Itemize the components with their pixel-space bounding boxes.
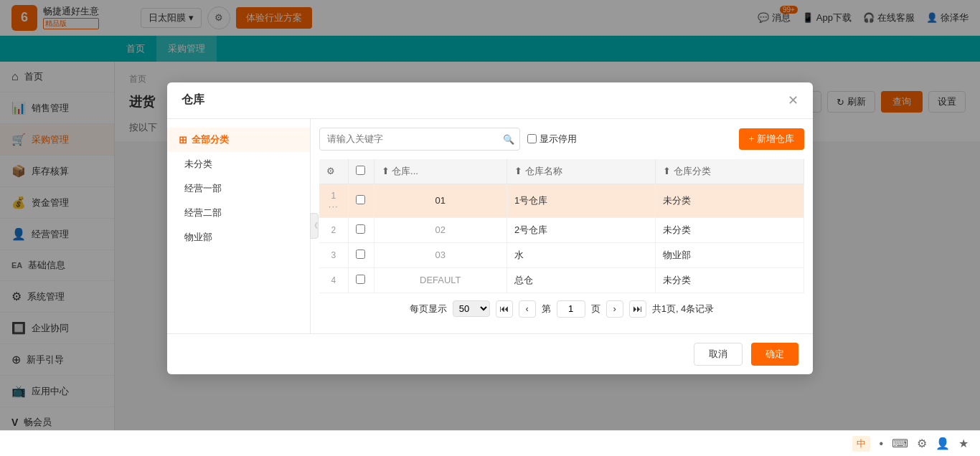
col-check	[348, 159, 374, 184]
row-name: 总仓	[507, 267, 656, 293]
page-number-input[interactable]	[557, 300, 585, 318]
last-page-icon: ⏭	[633, 303, 642, 314]
col-code: ⬆ 仓库...	[374, 159, 507, 184]
row-checkbox[interactable]	[356, 250, 365, 259]
row-index: 02	[374, 217, 507, 242]
right-panel: 🔍 显示停用 + 新增仓库 ⚙	[311, 119, 813, 333]
bottom-bar: 中 • ⌨ ⚙ 👤 ★	[0, 430, 980, 456]
page-label: 页	[591, 303, 600, 315]
row-checkbox-col	[348, 267, 374, 293]
first-page-icon: ⏮	[499, 303, 509, 314]
select-all-checkbox[interactable]	[356, 166, 365, 175]
row-name: 水	[507, 242, 656, 267]
dialog-header: 仓库 ✕	[167, 82, 813, 119]
star-icon[interactable]: ★	[958, 437, 969, 450]
last-page-button[interactable]: ⏭	[629, 300, 646, 318]
row-num: 3	[331, 250, 336, 260]
show-disabled-checkbox[interactable]	[527, 134, 537, 143]
first-page-button[interactable]: ⏮	[496, 300, 513, 318]
search-input-wrap: 🔍	[319, 128, 520, 151]
warehouse-table: ⚙ ⬆ 仓库... ⬆ 仓库名称 ⬆ 仓库分类	[319, 159, 804, 293]
next-page-icon: ›	[613, 303, 616, 314]
confirm-button[interactable]: 确定	[751, 343, 798, 366]
table-row[interactable]: 3 03 水 物业部	[319, 242, 804, 267]
lang-icon[interactable]: 中	[852, 436, 870, 452]
category-all-label: 全部分类	[192, 133, 229, 146]
col-category: ⬆ 仓库分类	[656, 159, 804, 184]
dialog-title: 仓库	[182, 92, 204, 108]
row-action-col: 1 ···	[319, 184, 348, 217]
cancel-button[interactable]: 取消	[694, 343, 743, 366]
category-item-ops1[interactable]: 经营一部	[167, 176, 310, 201]
category-all[interactable]: ⊞ 全部分类	[167, 128, 310, 152]
page-word: 第	[542, 303, 551, 315]
row-category: 物业部	[656, 242, 804, 267]
row-checkbox-col	[348, 184, 374, 217]
category-item-uncategorized[interactable]: 未分类	[167, 152, 310, 176]
row-category: 未分类	[656, 267, 804, 293]
row-checkbox[interactable]	[356, 195, 365, 204]
category-panel: ⊞ 全部分类 未分类 经营一部 经营二部 物业部 《	[167, 119, 311, 333]
category-item-ops2[interactable]: 经营二部	[167, 201, 310, 225]
show-disabled-label[interactable]: 显示停用	[527, 133, 577, 146]
row-checkbox[interactable]	[356, 275, 365, 284]
search-bar: 🔍 显示停用 + 新增仓库	[319, 128, 804, 151]
add-warehouse-button[interactable]: + 新增仓库	[739, 128, 804, 150]
row-num: 2	[331, 225, 336, 235]
search-input[interactable]	[319, 128, 520, 151]
row-checkbox-col	[348, 217, 374, 242]
pagination: 每页显示 50 100 ⏮ ‹ 第 页 ›	[319, 293, 804, 325]
warehouse-table-wrap: ⚙ ⬆ 仓库... ⬆ 仓库名称 ⬆ 仓库分类	[319, 159, 804, 293]
dialog-body: ⊞ 全部分类 未分类 经营一部 经营二部 物业部 《	[167, 119, 813, 333]
row-action-col: 3	[319, 242, 348, 267]
row-name: 1号仓库	[507, 184, 656, 217]
row-checkbox-col	[348, 242, 374, 267]
total-info: 共1页, 4条记录	[652, 303, 715, 315]
table-header-row: ⚙ ⬆ 仓库... ⬆ 仓库名称 ⬆ 仓库分类	[319, 159, 804, 184]
row-action-col: 4	[319, 267, 348, 293]
per-page-select[interactable]: 50 100	[453, 300, 490, 317]
row-index: 01	[374, 184, 507, 217]
prev-page-icon: ‹	[525, 303, 528, 314]
dialog-footer: 取消 确定	[167, 333, 813, 374]
collapse-panel-button[interactable]: 《	[310, 213, 319, 239]
per-page-label: 每页显示	[410, 303, 447, 315]
dot-icon: •	[879, 437, 883, 450]
row-more-btn[interactable]: ···	[329, 201, 339, 212]
row-checkbox[interactable]	[356, 224, 365, 234]
next-page-button[interactable]: ›	[606, 300, 623, 318]
row-index: DEFAULT	[374, 267, 507, 293]
table-row[interactable]: 1 ··· 01 1号仓库 未分类	[319, 184, 804, 217]
warehouse-dialog: 仓库 ✕ ⊞ 全部分类 未分类 经营一部 经营二部	[167, 82, 813, 374]
row-category: 未分类	[656, 217, 804, 242]
grid-icon: ⊞	[179, 134, 187, 146]
row-name: 2号仓库	[507, 217, 656, 242]
settings-status-icon[interactable]: ⚙	[917, 437, 927, 450]
table-row[interactable]: 4 DEFAULT 总仓 未分类	[319, 267, 804, 293]
row-num: 1	[331, 191, 336, 201]
overlay: 仓库 ✕ ⊞ 全部分类 未分类 经营一部 经营二部	[0, 0, 980, 456]
prev-page-button[interactable]: ‹	[519, 300, 536, 318]
table-row[interactable]: 2 02 2号仓库 未分类	[319, 217, 804, 242]
search-icon[interactable]: 🔍	[503, 133, 514, 144]
col-name: ⬆ 仓库名称	[507, 159, 656, 184]
category-item-property[interactable]: 物业部	[167, 225, 310, 250]
row-index: 03	[374, 242, 507, 267]
col-gear: ⚙	[319, 159, 348, 184]
row-num: 4	[331, 275, 336, 285]
user-status-icon[interactable]: 👤	[936, 437, 950, 450]
keyboard-icon[interactable]: ⌨	[892, 437, 908, 450]
dialog-close-button[interactable]: ✕	[788, 92, 798, 108]
row-category: 未分类	[656, 184, 804, 217]
row-action-col: 2	[319, 217, 348, 242]
